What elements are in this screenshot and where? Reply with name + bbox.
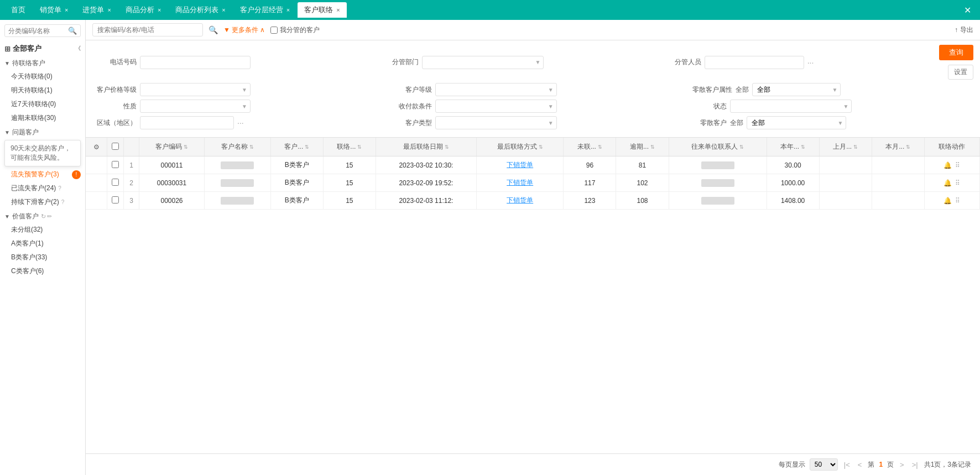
cell-last-contact-method[interactable]: 下销货单	[476, 174, 563, 192]
cell-last-contact-method[interactable]: 下销货单	[476, 156, 563, 174]
col-last-contact-date[interactable]: 最后联络日期⇅	[376, 138, 476, 156]
filter-select-retail-customer-wrap: 全部 ▼	[747, 116, 846, 129]
contact-icon[interactable]: 🔔	[943, 179, 952, 187]
next-page-button[interactable]: >	[898, 461, 906, 469]
filter-select-type[interactable]	[435, 116, 557, 129]
tab-customer-contact[interactable]: 客户联络 ×	[298, 2, 346, 18]
col-code[interactable]: 客户编码⇅	[139, 138, 205, 156]
filter-more-button[interactable]: ▼ 更多条件 ∧	[223, 25, 265, 35]
edit-icon[interactable]: ✏	[47, 213, 52, 220]
col-settings[interactable]: ⚙	[86, 138, 107, 156]
first-page-button[interactable]: |<	[842, 461, 852, 469]
sidebar-item-declining[interactable]: 持续下滑客户(2) ?	[0, 195, 85, 209]
grid-icon: ⊞	[4, 45, 11, 53]
my-customers-checkbox-label[interactable]: 我分管的客户	[270, 25, 320, 35]
filter-select-retail[interactable]: 全部	[752, 83, 841, 96]
sidebar-item-churn-warning[interactable]: 流失预警客户(3) !	[0, 168, 85, 181]
sidebar-item-overdue[interactable]: 逾期未联络(30)	[0, 111, 85, 125]
close-icon[interactable]: ×	[107, 7, 111, 13]
select-all-checkbox[interactable]	[112, 143, 119, 150]
col-overdue[interactable]: 逾期...⇅	[616, 138, 669, 156]
sidebar-item-7days[interactable]: 近7天待联络(0)	[0, 97, 85, 111]
filter-select-retail-customer[interactable]: 全部	[747, 116, 846, 129]
tab-product-analysis[interactable]: 商品分析 ×	[119, 2, 168, 18]
cell-last-contact-method[interactable]: 下销货单	[476, 192, 563, 210]
tab-home[interactable]: 首页	[4, 2, 32, 18]
cell-type: B类客户	[270, 156, 323, 174]
tab-customer-segment[interactable]: 客户分层经营 ×	[233, 2, 296, 18]
sidebar-item-b-class[interactable]: B类客户(33)	[0, 250, 85, 264]
filter-select-payment[interactable]	[435, 100, 557, 113]
close-icon[interactable]: ×	[286, 7, 290, 13]
window-close-button[interactable]: ✕	[960, 5, 976, 15]
sort-icon: ⇅	[739, 144, 744, 150]
more-action-icon[interactable]: ⠿	[955, 161, 960, 169]
settings-button[interactable]: 设置	[948, 65, 973, 80]
filter-label-price-level: 客户价格等级	[92, 85, 137, 95]
filter-cell-phone: 电话号码	[92, 56, 370, 69]
close-icon[interactable]: ×	[222, 7, 225, 13]
per-page-select[interactable]: 50 100 200	[810, 458, 838, 471]
sidebar-item-today[interactable]: 今天待联络(0)	[0, 70, 85, 83]
col-this-month[interactable]: 本月...⇅	[872, 138, 924, 156]
tab-purchase-order[interactable]: 进货单 ×	[76, 2, 117, 18]
filter-search-input[interactable]	[92, 23, 203, 36]
sidebar-group-problem[interactable]: ▼ 问题客户	[0, 125, 85, 139]
export-button[interactable]: ↑ 导出	[955, 25, 973, 35]
filter-select-status[interactable]	[730, 100, 852, 113]
sort-icon: ⇅	[184, 144, 188, 150]
settings-gear-icon[interactable]: ⚙	[93, 143, 100, 151]
sidebar-search-input[interactable]	[8, 27, 68, 35]
close-icon[interactable]: ×	[336, 7, 340, 13]
sidebar-item-ungrouped[interactable]: 未分组(32)	[0, 223, 85, 237]
filter-input-phone[interactable]	[140, 56, 251, 69]
sidebar-group-pending-label: 待联络客户	[12, 59, 45, 68]
more-action-icon[interactable]: ⠿	[955, 179, 960, 187]
filter-select-price[interactable]	[140, 83, 251, 96]
close-icon[interactable]: ×	[65, 7, 68, 13]
col-uncontact[interactable]: 未联...⇅	[564, 138, 616, 156]
filter-input-manager[interactable]	[705, 56, 804, 69]
row-checkbox[interactable]	[112, 196, 119, 203]
tab-sales-order[interactable]: 销货单 ×	[33, 2, 75, 18]
filter-label-phone: 电话号码	[92, 58, 137, 67]
sidebar-item-c-class[interactable]: C类客户(6)	[0, 264, 85, 278]
sidebar-all-customers[interactable]: ⊞ 全部客户 《	[0, 41, 85, 56]
col-this-year[interactable]: 本年...⇅	[767, 138, 819, 156]
col-name[interactable]: 客户名称⇅	[205, 138, 271, 156]
cell-checkbox[interactable]	[107, 192, 124, 210]
col-type[interactable]: 客户...⇅	[270, 138, 323, 156]
col-last-month[interactable]: 上月...⇅	[819, 138, 872, 156]
prev-page-button[interactable]: <	[856, 461, 864, 469]
sidebar-search[interactable]: 🔍	[4, 24, 81, 37]
filter-input-region[interactable]	[140, 116, 234, 129]
sidebar-item-a-class[interactable]: A类客户(1)	[0, 237, 85, 250]
sidebar-item-churned[interactable]: 已流失客户(24) ?	[0, 181, 85, 195]
action-icons: 🔔 ⠿	[928, 197, 976, 205]
sidebar-group-value[interactable]: ▼ 价值客户 ↻ ✏	[0, 209, 85, 223]
row-checkbox[interactable]	[112, 161, 119, 168]
sidebar-group-pending[interactable]: ▼ 待联络客户	[0, 56, 85, 70]
last-page-button[interactable]: >|	[910, 461, 920, 469]
refresh-icon[interactable]: ↻	[41, 213, 46, 220]
contact-icon[interactable]: 🔔	[943, 197, 952, 205]
cell-checkbox[interactable]	[107, 156, 124, 174]
col-contact-person[interactable]: 往来单位联系人⇅	[669, 138, 767, 156]
filter-select-dept[interactable]	[422, 56, 544, 69]
cell-checkbox[interactable]	[107, 174, 124, 192]
filter-search-button[interactable]: 🔍	[208, 25, 218, 34]
my-customers-checkbox[interactable]	[270, 27, 278, 34]
sidebar-item-tomorrow[interactable]: 明天待联络(1)	[0, 83, 85, 97]
row-checkbox[interactable]	[112, 179, 119, 186]
close-icon[interactable]: ×	[158, 7, 161, 13]
contact-icon[interactable]: 🔔	[943, 161, 952, 169]
col-contact-count[interactable]: 联络...⇅	[323, 138, 376, 156]
more-action-icon[interactable]: ⠿	[955, 197, 960, 205]
tab-product-analysis-list[interactable]: 商品分析列表 ×	[169, 2, 232, 18]
col-last-contact-method[interactable]: 最后联络方式⇅	[476, 138, 563, 156]
query-button[interactable]: 查询	[939, 45, 973, 60]
filter-select-nature[interactable]	[140, 100, 251, 113]
filter-select-level[interactable]	[435, 83, 557, 96]
region-more-icon[interactable]: ···	[237, 118, 244, 127]
more-link-icon[interactable]: ···	[807, 58, 814, 67]
